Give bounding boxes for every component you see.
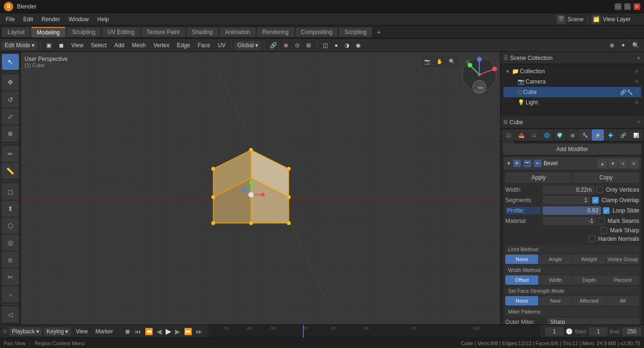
props-tab-output[interactable]: 📤 [515,129,527,141]
tab-scripting[interactable]: Scripting [339,27,372,37]
copy-button[interactable]: Copy [573,172,639,183]
menu-edit[interactable]: Edit [19,15,37,24]
gizmo-icon[interactable]: ✦ [618,41,628,50]
mode-dropdown[interactable]: Edit Mode ▾ [2,41,37,50]
tool-scale[interactable]: ⤢ [2,109,19,125]
tab-uv-editing[interactable]: UV Editing [102,27,140,37]
modifier-up-btn[interactable]: ▲ [598,159,607,168]
prev-keyframe-button[interactable]: ◀ [155,328,163,335]
tab-sculpting[interactable]: Sculpting [67,27,101,37]
viewport-pan-icon[interactable]: ✋ [434,56,445,67]
menu-render[interactable]: Render [38,15,64,24]
face-strength-all-btn[interactable]: All [606,296,639,306]
tool-loopcut[interactable]: ⧈ [2,252,19,268]
apply-button[interactable]: Apply [505,172,572,183]
material-icon[interactable]: ◑ [342,41,352,50]
props-tab-data[interactable]: 📊 [630,129,642,141]
add-modifier-button[interactable]: Add Modifier [503,144,641,155]
harden-normals-checkbox[interactable] [589,236,595,242]
viewport-search-icon[interactable]: 🔍 [446,56,458,67]
timeline-marker-btn[interactable]: Marker [92,327,116,336]
only-vertices-checkbox[interactable] [596,187,603,193]
menu-file[interactable]: File [2,15,18,24]
limit-angle-btn[interactable]: Angle [539,255,572,264]
modifier-visibility-icon[interactable]: 👁 [513,160,521,167]
width-percent-btn[interactable]: Percent [606,275,639,285]
segments-value[interactable]: 1 [543,196,590,204]
tab-compositing[interactable]: Compositing [295,27,338,37]
mark-sharp-checkbox[interactable] [601,227,607,234]
modifier-menu-btn[interactable]: ≡ [619,159,628,168]
menu-window[interactable]: Window [65,15,92,24]
properties-close[interactable]: ✕ [637,119,641,125]
tab-layout[interactable]: Layout [2,27,30,37]
proportional-icon[interactable]: ⊙ [292,41,302,50]
props-tab-view-layer[interactable]: 🗂 [528,129,540,141]
tool-bevel[interactable]: ◎ [2,235,19,251]
limit-vertex-group-btn[interactable]: Vertex Group [606,255,639,264]
tree-camera[interactable]: 📷 Camera 👁 [503,76,641,87]
modifier-camera-icon[interactable]: 📷 [524,160,531,167]
timeline-track[interactable]: -70 -60 -50 10 20 30 70 130 [209,325,541,338]
jump-end-button[interactable]: ⏭ [194,328,204,335]
props-tab-particles[interactable]: ⚡ [592,129,604,141]
snap-icon2[interactable]: ⊕ [281,41,291,50]
mesh-icon-btn2[interactable]: ◼ [56,41,67,50]
transform-dropdown[interactable]: Global ▾ [234,41,261,50]
tool-poly-build[interactable]: ⬦ [2,286,19,302]
play-button[interactable]: ▶ [164,327,173,336]
width-depth-btn[interactable]: Depth [573,275,606,285]
snap-icon[interactable]: 🔗 [267,41,280,50]
viewport-cam-icon[interactable]: 📷 [422,56,433,67]
props-tab-object[interactable]: ▣ [566,129,578,141]
render-icon[interactable]: ◉ [353,41,363,50]
timeline-view-btn[interactable]: View [73,327,91,336]
tool-move[interactable]: ✥ [2,74,19,90]
uv-btn[interactable]: UV [215,41,229,50]
tree-cube[interactable]: ◻ Cube 🔗🔧 👁 [503,87,641,97]
minimize-button[interactable]: — [615,3,621,10]
tool-shear[interactable]: ◁ [2,306,19,323]
material-value[interactable]: -1 [543,217,596,225]
add-btn[interactable]: Add [111,41,127,50]
mark-seams-checkbox[interactable] [598,218,605,224]
tool-inset[interactable]: ⬡ [2,218,19,234]
playback-dropdown[interactable]: Playback ▾ [9,327,42,336]
width-offset-btn[interactable]: Offset [505,275,538,285]
face-strength-affected-btn[interactable]: Affected [573,296,606,306]
width-value[interactable]: 0.22m [543,186,594,194]
close-button[interactable]: ✕ [634,3,640,10]
face-btn[interactable]: Face [195,41,213,50]
next-frame-button[interactable]: ⏩ [183,328,193,335]
keying-dropdown[interactable]: Keying ▾ [44,327,71,336]
tree-light-eye[interactable]: 👁 [634,100,639,105]
menu-help[interactable]: Help [93,15,113,24]
mirror-icon[interactable]: ⊞ [303,41,314,50]
tool-rotate[interactable]: ↺ [2,91,19,107]
viewport[interactable]: User Perspective (1) Cube 📷 ✋ 🔍 X Y Z [21,52,500,324]
solid-icon[interactable]: ● [332,41,341,50]
maximize-button[interactable]: □ [624,3,631,10]
overlay-icon[interactable]: ⊕ [607,41,617,50]
next-keyframe-button[interactable]: ▶ [174,328,182,335]
tab-rendering[interactable]: Rendering [257,27,294,37]
tab-modeling[interactable]: Modeling [31,27,66,37]
viewport-gizmo[interactable]: X Y Z top [460,56,498,93]
tool-select[interactable]: ↖ [2,54,19,70]
tree-collection-root[interactable]: ▼ 📁 Collection 👁 [503,66,641,76]
limit-none-btn[interactable]: None [505,255,538,264]
props-tab-world[interactable]: 🌍 [553,129,566,141]
limit-weight-btn[interactable]: Weight [573,255,606,264]
tree-camera-eye[interactable]: 👁 [634,79,639,85]
mesh-icon-btn[interactable]: ▣ [43,41,54,50]
tab-animation[interactable]: Animation [219,27,256,37]
tree-light[interactable]: 💡 Light 👁 [503,97,641,108]
tree-cube-eye[interactable]: 👁 [634,89,639,95]
vertex-btn[interactable]: Vertex [151,41,172,50]
filter-icon[interactable]: ▼ [636,55,641,61]
select-btn[interactable]: Select [88,41,109,50]
end-frame-input[interactable]: 250 [622,327,641,336]
modifier-edit-icon[interactable]: ✏ [534,160,542,167]
tool-measure[interactable]: 📏 [2,163,19,179]
props-tab-render[interactable]: 🎥 [502,129,515,141]
